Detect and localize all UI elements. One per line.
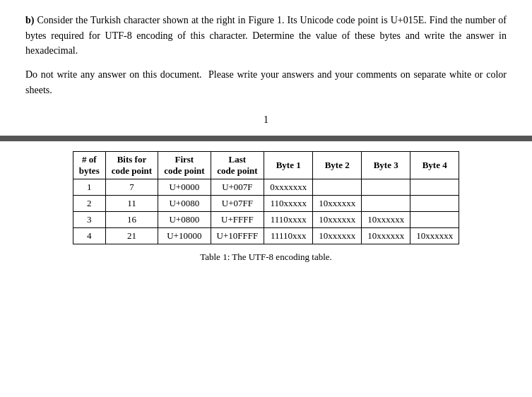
cell-last: U+10FFFF: [211, 228, 264, 244]
cell-last: U+07FF: [211, 196, 264, 212]
cell-first: U+0000: [158, 179, 211, 196]
cell-byte3: 10xxxxxx: [362, 228, 410, 244]
cell-bytes: 3: [73, 212, 105, 228]
cell-byte3: 10xxxxxx: [362, 212, 410, 228]
section-divider: [0, 136, 532, 141]
notice-paragraph: Do not write any answer on this document…: [25, 67, 507, 97]
cell-byte1: 11110xxx: [264, 228, 313, 244]
header-first: First code point: [158, 152, 211, 179]
cell-byte2: 10xxxxxx: [313, 228, 362, 244]
header-bits: Bits for code point: [105, 152, 158, 179]
table-row: 17U+0000U+007F0xxxxxxx: [73, 179, 459, 196]
cell-byte2: [313, 179, 362, 196]
top-section: b) Consider the Turkish character shown …: [0, 0, 532, 110]
cell-bits: 7: [105, 179, 158, 196]
cell-byte1: 110xxxxx: [264, 196, 313, 212]
cell-last: U+007F: [211, 179, 264, 196]
paragraph-b-text: Consider the Turkish character shown at …: [25, 15, 507, 56]
header-byte4: Byte 4: [410, 152, 459, 179]
bold-b: b): [25, 15, 34, 25]
cell-bits: 11: [105, 196, 158, 212]
cell-byte1: 0xxxxxxx: [264, 179, 313, 196]
table-caption: Table 1: The UTF-8 encoding table.: [14, 251, 518, 263]
header-byte3: Byte 3: [362, 152, 410, 179]
notice-text: Do not write any answer on this document…: [25, 69, 507, 95]
cell-byte3: [362, 179, 410, 196]
cell-byte4: [410, 179, 459, 196]
header-last: Last code point: [211, 152, 264, 179]
cell-first: U+10000: [158, 228, 211, 244]
header-byte1: Byte 1: [264, 152, 313, 179]
cell-bytes: 4: [73, 228, 105, 244]
table-row: 211U+0080U+07FF110xxxxx10xxxxxx: [73, 196, 459, 212]
table-row: 421U+10000U+10FFFF11110xxx10xxxxxx10xxxx…: [73, 228, 459, 244]
table-row: 316U+0800U+FFFF1110xxxx10xxxxxx10xxxxxx: [73, 212, 459, 228]
cell-byte2: 10xxxxxx: [313, 196, 362, 212]
cell-byte1: 1110xxxx: [264, 212, 313, 228]
cell-byte4: [410, 196, 459, 212]
cell-bits: 16: [105, 212, 158, 228]
bottom-section: # of bytes Bits for code point First cod…: [0, 141, 532, 270]
cell-byte4: 10xxxxxx: [410, 228, 459, 244]
cell-byte2: 10xxxxxx: [313, 212, 362, 228]
cell-byte3: [362, 196, 410, 212]
header-bytes: # of bytes: [73, 152, 105, 179]
cell-last: U+FFFF: [211, 212, 264, 228]
page-number: 1: [0, 114, 532, 126]
cell-bits: 21: [105, 228, 158, 244]
cell-bytes: 2: [73, 196, 105, 212]
utf8-encoding-table: # of bytes Bits for code point First cod…: [73, 151, 459, 244]
cell-bytes: 1: [73, 179, 105, 196]
paragraph-b: b) Consider the Turkish character shown …: [25, 13, 507, 59]
header-byte2: Byte 2: [313, 152, 362, 179]
cell-byte4: [410, 212, 459, 228]
cell-first: U+0800: [158, 212, 211, 228]
page-number-value: 1: [264, 114, 268, 125]
cell-first: U+0080: [158, 196, 211, 212]
